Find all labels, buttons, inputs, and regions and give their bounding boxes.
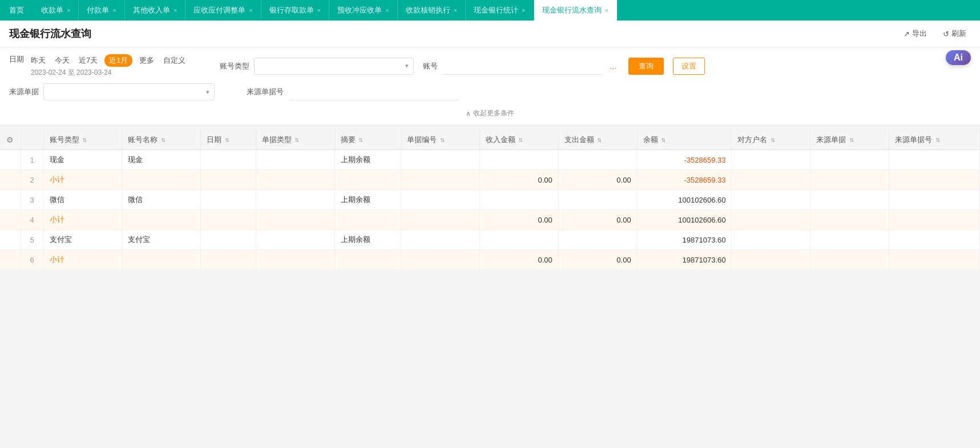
col-summary[interactable]: 摘要 ⇅ xyxy=(334,130,401,150)
nav-tab-2[interactable]: 其他收入单 × xyxy=(125,0,185,21)
col-account-type[interactable]: 账号类型 ⇅ xyxy=(43,130,122,150)
nav-tab-1[interactable]: 付款单 × xyxy=(79,0,124,21)
sort-icon: ⇅ xyxy=(597,137,602,143)
nav-tab-6[interactable]: 收款核销执行 × xyxy=(398,0,466,21)
account-type-filter: 账号类型 ▾ xyxy=(220,58,414,75)
shortcut-custom[interactable]: 自定义 xyxy=(161,54,188,67)
sort-icon: ⇅ xyxy=(295,137,299,143)
chevron-up-icon: ∧ xyxy=(466,110,471,118)
row-account-type: 支付宝 xyxy=(43,230,122,250)
nav-home[interactable]: 首页 xyxy=(0,0,33,21)
row-account-type: 微信 xyxy=(43,190,122,210)
row-source-doc-no xyxy=(889,170,980,190)
table-row: 5支付宝支付宝上期余额19871073.60 xyxy=(0,230,980,250)
sort-icon: ⇅ xyxy=(225,137,229,143)
col-expense[interactable]: 支出金额 ⇅ xyxy=(558,130,637,150)
sort-icon: ⇅ xyxy=(771,137,775,143)
collapse-bar[interactable]: ∧ 收起更多条件 xyxy=(9,106,971,120)
nav-tab-8[interactable]: 现金银行流水查询 × xyxy=(534,0,617,21)
close-icon[interactable]: × xyxy=(249,7,252,14)
nav-tab-3[interactable]: 应收应付调整单 × xyxy=(185,0,261,21)
col-doc-no[interactable]: 单据编号 ⇅ xyxy=(401,130,479,150)
col-settings[interactable]: ⚙ xyxy=(0,130,21,150)
close-icon[interactable]: × xyxy=(605,7,608,14)
refresh-button[interactable]: ↺ 刷新 xyxy=(938,26,971,41)
col-source-doc[interactable]: 来源单据 ⇅ xyxy=(810,130,889,150)
row-settings-cell xyxy=(0,170,21,190)
row-income xyxy=(479,230,558,250)
row-doc-no xyxy=(401,210,479,230)
account-type-select[interactable]: ▾ xyxy=(254,58,414,75)
source-doc-num-label: 来源单据号 xyxy=(247,87,284,97)
row-balance: 19871073.60 xyxy=(637,250,732,270)
nav-tab-5[interactable]: 预收冲应收单 × xyxy=(329,0,397,21)
shortcut-7days[interactable]: 近7天 xyxy=(76,54,100,67)
row-num: 6 xyxy=(21,250,43,270)
col-account-name[interactable]: 账号名称 ⇅ xyxy=(122,130,201,150)
shortcut-today[interactable]: 今天 xyxy=(53,54,72,67)
row-expense: 0.00 xyxy=(558,210,637,230)
row-expense xyxy=(558,150,637,170)
account-dots-button[interactable]: ... xyxy=(607,61,619,71)
close-icon[interactable]: × xyxy=(385,7,389,14)
col-date[interactable]: 日期 ⇅ xyxy=(201,130,256,150)
col-num xyxy=(21,130,43,150)
shortcut-more[interactable]: 更多 xyxy=(137,54,156,67)
nav-tab-4[interactable]: 银行存取款单 × xyxy=(261,0,329,21)
close-icon[interactable]: × xyxy=(112,7,116,14)
sort-icon: ⇅ xyxy=(935,137,940,143)
row-income: 0.00 xyxy=(479,170,558,190)
row-income: 0.00 xyxy=(479,210,558,230)
table-row: 2小计0.000.00-3528659.33 xyxy=(0,170,980,190)
row-num: 5 xyxy=(21,230,43,250)
page-title: 现金银行流水查询 xyxy=(9,27,91,41)
close-icon[interactable]: × xyxy=(67,7,70,14)
row-source-doc xyxy=(810,230,889,250)
header-actions: ↗ 导出 ↺ 刷新 xyxy=(899,26,971,41)
sort-icon: ⇅ xyxy=(82,137,87,143)
col-balance[interactable]: 余额 ⇅ xyxy=(637,130,732,150)
row-doc-no xyxy=(401,150,479,170)
row-num: 2 xyxy=(21,170,43,190)
close-icon[interactable]: × xyxy=(522,7,525,14)
row-date xyxy=(201,170,256,190)
nav-tab-7[interactable]: 现金银行统计 × xyxy=(466,0,534,21)
nav-tab-0[interactable]: 收款单 × xyxy=(33,0,79,21)
row-expense: 0.00 xyxy=(558,170,637,190)
col-income[interactable]: 收入金额 ⇅ xyxy=(479,130,558,150)
table-header-row: ⚙ 账号类型 ⇅ 账号名称 ⇅ 日期 ⇅ 单据类型 ⇅ xyxy=(0,130,980,150)
row-account-name xyxy=(122,210,201,230)
source-doc-select[interactable]: ▾ xyxy=(43,83,215,100)
row-doc-type xyxy=(256,190,334,210)
close-icon[interactable]: × xyxy=(454,7,457,14)
row-summary xyxy=(334,210,401,230)
sort-icon: ⇅ xyxy=(849,137,854,143)
row-date xyxy=(201,230,256,250)
query-button[interactable]: 查询 xyxy=(628,58,664,75)
row-doc-type xyxy=(256,170,334,190)
shortcut-yesterday[interactable]: 昨天 xyxy=(29,54,48,67)
row-settings-cell xyxy=(0,150,21,170)
table-body: 1现金现金上期余额-3528659.332小计0.000.00-3528659.… xyxy=(0,150,980,270)
settings-button[interactable]: 设置 xyxy=(673,58,705,75)
row-account-name xyxy=(122,250,201,270)
close-icon[interactable]: × xyxy=(317,7,321,14)
close-icon[interactable]: × xyxy=(174,7,177,14)
account-input[interactable] xyxy=(442,58,602,75)
row-num: 4 xyxy=(21,210,43,230)
col-counterpart[interactable]: 对方户名 ⇅ xyxy=(732,130,810,150)
table-row: 6小计0.000.0019871073.60 xyxy=(0,250,980,270)
row-balance: 19871073.60 xyxy=(637,230,732,250)
row-expense xyxy=(558,190,637,210)
row-income: 0.00 xyxy=(479,250,558,270)
gear-icon[interactable]: ⚙ xyxy=(6,135,14,144)
export-button[interactable]: ↗ 导出 xyxy=(899,26,931,41)
row-account-type: 小计 xyxy=(43,210,122,230)
col-source-doc-no[interactable]: 来源单据号 ⇅ xyxy=(889,130,980,150)
chevron-down-icon: ▾ xyxy=(405,62,409,70)
ai-badge[interactable]: Ai xyxy=(946,50,971,65)
source-doc-num-input[interactable] xyxy=(288,83,459,100)
col-doc-type[interactable]: 单据类型 ⇅ xyxy=(256,130,334,150)
shortcut-1month[interactable]: 近1月 xyxy=(104,54,132,67)
row-counterpart xyxy=(732,230,810,250)
